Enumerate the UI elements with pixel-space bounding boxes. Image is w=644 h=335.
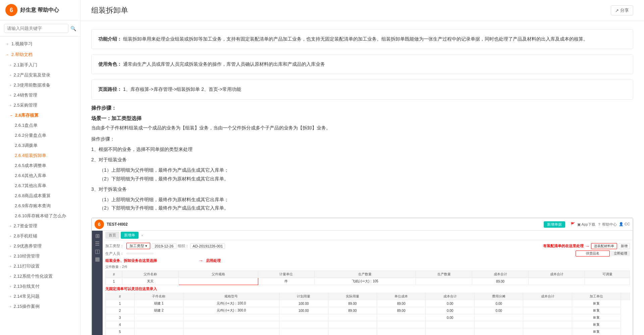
mock-th2-unit-cost: 单位成本	[377, 293, 425, 300]
step3: 3、对于拆装业务	[91, 185, 633, 193]
sidebar-item-finance[interactable]: + 2.7资金管理	[0, 221, 80, 231]
mock-enable-input[interactable]: 供货品名	[576, 250, 610, 257]
bullet-icon: +	[9, 63, 11, 67]
sidebar-item-stocktake[interactable]: 2.6.1盘点单	[5, 120, 80, 130]
mock-submit-btn[interactable]: 立即处理	[611, 251, 630, 256]
sidebar-item-settings[interactable]: + 2.12系统个性化设置	[0, 271, 80, 281]
search-input[interactable]	[4, 24, 68, 33]
mock-annotation-area3: 供货品名 立即处理	[576, 250, 630, 257]
sidebar-item-operation[interactable]: + 2.10经营管理	[0, 251, 80, 261]
sidebar-item-adjust[interactable]: 2.6.3调拨单	[5, 141, 80, 151]
mock-type-dropdown[interactable]: 加工类型 ▾	[126, 243, 150, 249]
bullet-icon: +	[9, 234, 11, 238]
sidebar: 6 好生意 帮助中心 🔍 ＋ 1.视频学习 － 2.帮助文档 + 2.1新手入门…	[0, 0, 80, 335]
sidebar-item-account-error[interactable]: 2.6.10库存账本错了怎么办	[5, 211, 80, 221]
table-row: 1 胡建 1 元件(小+大)：100.0 100.00 89.00 89.00 …	[106, 300, 630, 307]
mock-th-avail: 可调量	[585, 271, 630, 278]
table-row: 4 ⊞ 复	[106, 321, 630, 328]
mock-bom-btn[interactable]: 选装配材料单	[591, 243, 617, 249]
bullet-icon: +	[9, 83, 11, 87]
bullet-icon: +	[9, 304, 11, 309]
mock-th2-total: 成本合计	[523, 293, 572, 300]
mock-topbar-icons: 🚩 ▣ App下载 ？ 帮助中心 👤 CC	[571, 222, 630, 227]
bullet-icon: +	[9, 73, 11, 77]
annotation1-text: 有装配清单的在这里处理	[543, 243, 584, 248]
mock-home-icon[interactable]: ⊞	[95, 233, 100, 239]
mock-type-label: 加工类型：	[105, 243, 124, 248]
search-icon[interactable]: 🔍	[70, 26, 76, 31]
step3-sub2: （2）下部明细为子件明细，最终作为产成品生成其它入库单。	[99, 204, 633, 212]
mock-th-cost2: 成本合计	[529, 271, 585, 278]
sidebar-item-faq[interactable]: + 2.14常见问题	[0, 291, 80, 301]
mock-th-cost1: 成本合计	[472, 271, 529, 278]
sidebar-item-purchase[interactable]: + 2.5采购管理	[0, 100, 80, 110]
mock-type-selector: 加工类型 ▾ 2019-12-26 组织： AD-20191226-001	[126, 243, 225, 249]
sidebar-item-split-stock[interactable]: 2.6.2分量盘点单	[5, 130, 80, 141]
sidebar-item-data-prep[interactable]: + 2.3使用前数据准备	[0, 80, 80, 90]
scene1-desc: 当由多个子件材料组装成一个成品的业务为【组装】业务，当由一个父件拆分成多个子产品…	[91, 124, 633, 132]
main-header: 组装拆卸单 ↗ 分享	[80, 0, 644, 21]
bullet-icon: +	[9, 254, 11, 258]
mock-annotation-area1: 有装配清单的在这里处理 → 选装配材料单 新增	[543, 243, 630, 249]
table-row: 2 胡建 2 元件(小+大)：300.0 100.00 89.00 89.00 …	[106, 307, 630, 314]
sidebar-item-docs[interactable]: － 2.帮助文档	[0, 49, 80, 60]
arrow-right-icon: →	[585, 243, 590, 249]
bullet-icon: +	[9, 244, 11, 248]
main-panel: 组装拆卸单 ↗ 分享 功能介绍： 组装拆卸单用来处理企业组装或拆卸等加工业务，支…	[80, 0, 644, 335]
table-row: 5 ⊞ 复	[106, 328, 630, 335]
mock-th2-ops	[621, 293, 630, 300]
mock-th2-name: 子件名称	[135, 293, 183, 300]
mock-order-icon[interactable]: ☰	[95, 240, 100, 247]
mock-count-input[interactable]	[126, 253, 153, 254]
sidebar-item-coupon[interactable]: + 2.9优惠券管理	[0, 241, 80, 251]
mock-tab-home[interactable]: 首页	[105, 232, 119, 239]
bullet-icon: +	[9, 93, 11, 97]
annotation2-text: 组装业务、拆卸业务在这里选择	[105, 258, 157, 263]
sidebar-item-inventory-check[interactable]: 2.6.9库存账本查询	[5, 201, 80, 211]
mock-topbar-id: TEST-H002	[107, 222, 128, 227]
sidebar-item-other-in[interactable]: 2.6.6其他入库单	[5, 171, 80, 181]
mock-form-area: 加工类型： 加工类型 ▾ 2019-12-26 组织： AD-20191226-…	[103, 240, 633, 335]
mock-left-nav: ⊞ ☰ ◫ ▦	[92, 231, 103, 335]
nav-section: ＋ 1.视频学习 － 2.帮助文档 + 2.1新手入门 + 2.2产品安装及登录…	[0, 37, 80, 314]
func-intro-text: 组装拆卸单用来处理企业组装或拆卸等加工业务，支持有固定装配清单的产品加工业务，也…	[123, 36, 588, 42]
sidebar-item-newbie[interactable]: + 2.1新手入门	[0, 60, 80, 70]
sidebar-item-inventory[interactable]: － 2.6库存核算	[0, 110, 80, 120]
annotation4-text: 无固定清单可以灵活往这里录入	[105, 286, 157, 291]
bullet-icon: +	[9, 294, 11, 298]
sidebar-item-cases[interactable]: + 2.15操作案例	[0, 301, 80, 312]
mock-flag-icon: 🚩	[571, 222, 575, 227]
scene1-label: 场景一：加工类型选择	[91, 115, 633, 122]
sidebar-item-mobile[interactable]: + 2.8手机旺铺	[0, 231, 80, 241]
sidebar-item-videos[interactable]: ＋ 1.视频学习	[0, 39, 80, 49]
sidebar-item-assembly[interactable]: 2.6.4组装拆卸单	[5, 151, 80, 161]
main-content: 功能介绍： 组装拆卸单用来处理企业组装或拆卸等加工业务，支持有固定装配清单的产品…	[80, 21, 644, 335]
mock-goods-icon[interactable]: ◫	[95, 248, 100, 255]
sidebar-item-goods-cost[interactable]: 2.6.8商品成本重算	[5, 191, 80, 201]
mock-tab-new[interactable]: 新增单	[121, 232, 139, 239]
ops-steps-heading: 操作步骤：	[91, 135, 633, 143]
mock-org-input[interactable]: AD-20191226-001	[190, 243, 225, 249]
share-button[interactable]: ↗ 分享	[611, 5, 633, 15]
mock-stock-icon[interactable]: ▦	[95, 256, 100, 262]
minus-icon: －	[9, 113, 13, 118]
share-icon: ↗	[615, 8, 619, 13]
mock-date-input[interactable]: 2019-12-26	[152, 243, 176, 249]
mock-th2-num: #	[106, 293, 135, 300]
sidebar-item-cost-adjust[interactable]: 2.6.5成本调整单	[5, 161, 80, 171]
mock-child-table: # 子件名称 规格型号 计划用量 实际用量 单位成本 成本合计 费用分摊 成本合	[105, 293, 630, 335]
sidebar-item-sales[interactable]: + 2.4销售管理	[0, 90, 80, 100]
mock-new-order-btn[interactable]: 新增单据	[544, 221, 565, 228]
mock-close-icon[interactable]: ×	[141, 233, 143, 237]
mock-th2-spec: 规格型号	[183, 293, 279, 300]
mock-form-row2: 生产人员： 供货品名 立即处理	[105, 250, 630, 257]
sidebar-item-payment[interactable]: + 2.13在线支付	[0, 281, 80, 291]
mock-th2-alloc: 费用分摊	[474, 293, 523, 300]
sidebar-item-install[interactable]: + 2.2产品安装及登录	[0, 70, 80, 80]
arrow-right-icon2: →	[199, 258, 203, 263]
mock-nav: 首页 新增单 ×	[103, 231, 633, 240]
screenshot-container: 6 TEST-H002 新增单据 🚩 ▣ App下载 ？ 帮助中心 👤 CC ⊞	[91, 218, 633, 335]
sidebar-item-other-out[interactable]: 2.6.7其他出库单	[5, 181, 80, 191]
step1: 1、根据不同的业务，选择不同单据的类型来处理	[91, 145, 633, 154]
sidebar-item-print[interactable]: + 2.11打印设置	[0, 261, 80, 271]
